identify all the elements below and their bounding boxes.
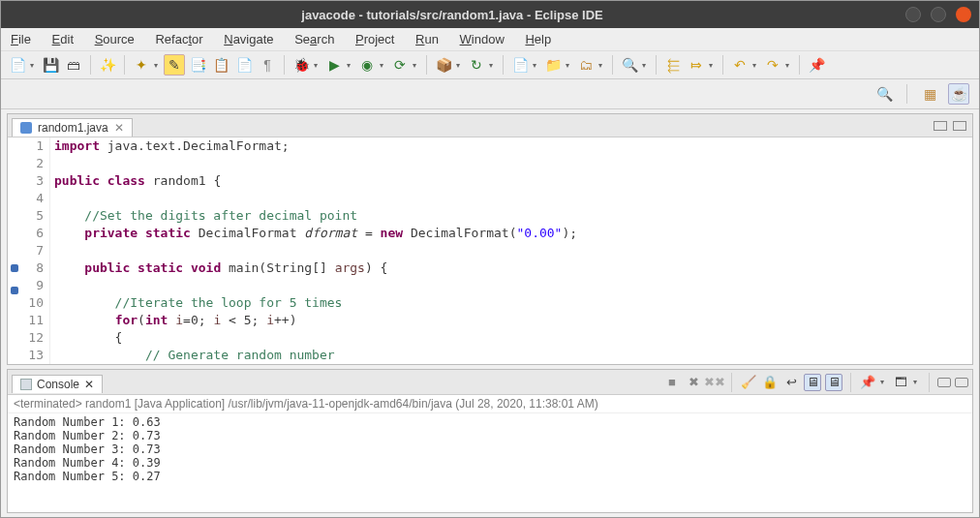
menu-source[interactable]: Source (95, 32, 135, 46)
dropdown-icon[interactable]: ▾ (314, 61, 322, 70)
terminate-icon[interactable]: ■ (663, 374, 681, 391)
marker-column (8, 137, 21, 364)
close-tab-icon[interactable]: ✕ (84, 378, 94, 391)
open-type-icon[interactable]: 📑 (187, 54, 208, 76)
next-annotation-icon[interactable]: ⤇ (686, 54, 707, 76)
menu-file[interactable]: File (11, 32, 31, 46)
pilcrow-icon[interactable]: ¶ (257, 54, 278, 76)
run-last-icon[interactable]: ⟳ (389, 54, 411, 76)
maximize-button[interactable] (931, 7, 946, 22)
run-icon[interactable]: ▶ (323, 54, 345, 76)
main-toolbar: 📄▾ 💾 🗃 ✨ ✦▾ ✎ 📑 📋 📄 ¶ 🐞▾ ▶▾ ◉▾ ⟳▾ 📦▾ ↻▾ … (1, 51, 979, 79)
line-number-gutter: 12345678910111213 (21, 137, 50, 364)
display-selected-icon[interactable]: 🗔 (892, 374, 909, 391)
quick-access-bar: 🔍 ▦ ☕ (1, 79, 979, 109)
new-package-icon[interactable]: 📁 (542, 54, 564, 76)
prev-annotation-icon[interactable]: ⬱ (662, 54, 684, 76)
console-panel: Console ✕ ■ ✖ ✖✖ 🧹 🔒 ↩ 🖥 🖥 📌▾ 🗔▾ <termin… (7, 369, 973, 513)
editor-tab[interactable]: random1.java ✕ (12, 118, 133, 137)
menu-edit[interactable]: Edit (52, 32, 74, 46)
package-icon[interactable]: 📦 (433, 54, 454, 76)
dropdown-icon[interactable]: ▾ (642, 61, 650, 70)
show-std-icon[interactable]: 🖥 (825, 374, 842, 391)
code-editor[interactable]: 12345678910111213 import java.text.Decim… (8, 137, 972, 364)
dropdown-icon[interactable]: ▾ (913, 378, 921, 386)
close-button[interactable] (956, 7, 971, 22)
refresh-icon[interactable]: ↻ (466, 54, 487, 76)
new-class-icon[interactable]: 📄 (509, 54, 531, 76)
editor-panel: random1.java ✕ 12345678910111213 import … (7, 113, 973, 365)
save-icon[interactable]: 💾 (40, 54, 61, 76)
java-perspective-icon[interactable]: ☕ (948, 83, 969, 105)
menu-run[interactable]: Run (415, 32, 439, 46)
console-tabbar: Console ✕ ■ ✖ ✖✖ 🧹 🔒 ↩ 🖥 🖥 📌▾ 🗔▾ (8, 370, 972, 395)
dropdown-icon[interactable]: ▾ (709, 61, 717, 70)
console-toolbar: ■ ✖ ✖✖ 🧹 🔒 ↩ 🖥 🖥 📌▾ 🗔▾ (663, 373, 968, 392)
save-all-icon[interactable]: 🗃 (63, 54, 84, 76)
console-tab-label: Console (37, 378, 79, 391)
titlebar: javacode - tutorials/src/random1.java - … (1, 1, 979, 28)
quick-search-icon[interactable]: 🔍 (873, 83, 895, 105)
close-tab-icon[interactable]: ✕ (114, 121, 124, 135)
editor-tabbar: random1.java ✕ (8, 114, 972, 137)
window-title: javacode - tutorials/src/random1.java - … (9, 8, 896, 22)
pin-console-icon[interactable]: 📌 (859, 374, 876, 391)
clear-console-icon[interactable]: 🧹 (740, 374, 757, 391)
code-text[interactable]: import java.text.DecimalFormat; public c… (50, 137, 577, 364)
menubar: File Edit Source Refactor Navigate Searc… (1, 28, 979, 51)
show-console-icon[interactable]: 🖥 (804, 374, 821, 391)
dropdown-icon[interactable]: ▾ (598, 61, 606, 70)
override-marker-icon[interactable] (8, 287, 21, 304)
console-status: <terminated> random1 [Java Application] … (8, 395, 972, 413)
console-tab[interactable]: Console ✕ (12, 375, 103, 393)
search-icon[interactable]: 🔍 (619, 54, 640, 76)
dropdown-icon[interactable]: ▾ (380, 61, 387, 70)
minimize-view-icon[interactable] (937, 378, 951, 387)
menu-search[interactable]: Search (294, 32, 334, 46)
minimize-button[interactable] (905, 7, 921, 22)
bug-icon[interactable]: 🐞 (291, 54, 312, 76)
maximize-view-icon[interactable] (955, 378, 968, 387)
menu-window[interactable]: Window (460, 32, 505, 46)
dropdown-icon[interactable]: ▾ (880, 378, 888, 386)
remove-launch-icon[interactable]: ✖ (685, 374, 702, 391)
minimize-view-icon[interactable] (934, 121, 947, 131)
open-task-icon[interactable]: 📋 (210, 54, 231, 76)
console-output[interactable]: Random Number 1: 0.63 Random Number 2: 0… (8, 413, 972, 512)
menu-navigate[interactable]: Navigate (224, 32, 273, 46)
dropdown-icon[interactable]: ▾ (456, 61, 464, 70)
console-icon (20, 379, 32, 390)
open-perspective-icon[interactable]: ▦ (919, 83, 940, 105)
dropdown-icon[interactable]: ▾ (30, 61, 38, 70)
menu-refactor[interactable]: Refactor (155, 32, 202, 46)
scroll-lock-icon[interactable]: 🔒 (761, 374, 779, 391)
forward-icon[interactable]: ↷ (762, 54, 783, 76)
editor-tab-label: random1.java (38, 121, 108, 135)
dropdown-icon[interactable]: ▾ (154, 61, 162, 70)
remove-all-icon[interactable]: ✖✖ (706, 374, 723, 391)
new-icon[interactable]: 📄 (7, 54, 28, 76)
menu-project[interactable]: Project (355, 32, 394, 46)
dropdown-icon[interactable]: ▾ (413, 61, 420, 70)
dropdown-icon[interactable]: ▾ (752, 61, 760, 70)
debug-config-icon[interactable]: ✦ (131, 54, 152, 76)
maximize-view-icon[interactable] (953, 121, 966, 131)
toggle-mark-icon[interactable]: 📄 (233, 54, 255, 76)
override-marker-icon[interactable] (8, 264, 21, 282)
menu-help[interactable]: Help (525, 32, 551, 46)
wand-icon[interactable]: ✨ (97, 54, 118, 76)
new-project-icon[interactable]: 🗂 (575, 54, 597, 76)
dropdown-icon[interactable]: ▾ (785, 61, 793, 70)
word-wrap-icon[interactable]: ↩ (782, 374, 800, 391)
dropdown-icon[interactable]: ▾ (347, 61, 354, 70)
dropdown-icon[interactable]: ▾ (566, 61, 573, 70)
back-icon[interactable]: ↶ (729, 54, 750, 76)
pin-icon[interactable]: 📌 (806, 54, 827, 76)
dropdown-icon[interactable]: ▾ (489, 61, 497, 70)
java-file-icon (20, 122, 32, 134)
coverage-icon[interactable]: ◉ (356, 54, 378, 76)
highlight-icon[interactable]: ✎ (164, 54, 185, 76)
dropdown-icon[interactable]: ▾ (533, 61, 540, 70)
